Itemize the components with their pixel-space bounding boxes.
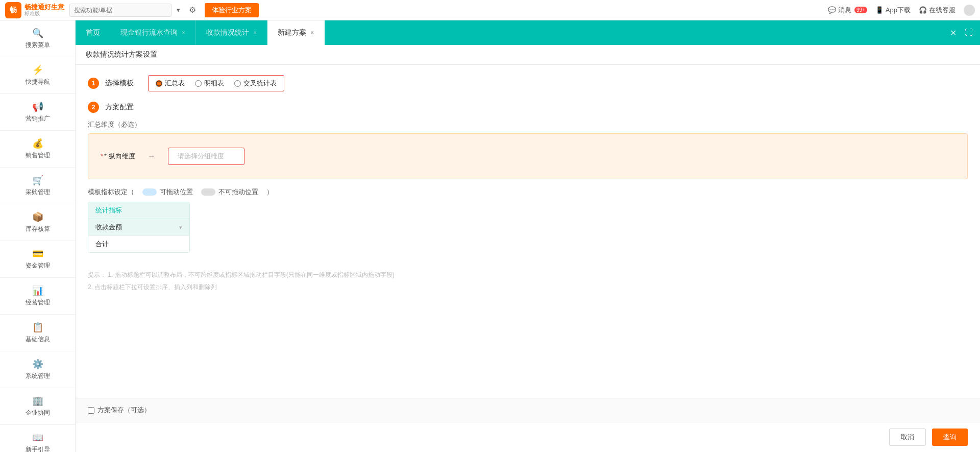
sidebar-item-base[interactable]: 📋 基础信息 xyxy=(0,315,75,351)
radio-detail-input[interactable] xyxy=(195,80,202,87)
dimension-arrow: → xyxy=(148,152,156,161)
cancel-button[interactable]: 取消 xyxy=(889,429,926,446)
tab-expand-btn[interactable]: ⛶ xyxy=(963,26,975,39)
finance-icon: 💳 xyxy=(32,248,43,259)
sidebar-item-marketing[interactable]: 📢 营销推广 xyxy=(0,94,75,131)
save-plan-checkbox[interactable] xyxy=(88,407,94,414)
top-right-actions: 💬 消息 99+ 📱 App下载 🎧 在线客服 xyxy=(828,5,975,16)
sidebar-item-quick[interactable]: ⚡ 快捷导航 xyxy=(0,57,75,94)
notification-badge: 99+ xyxy=(854,7,867,13)
bottom-section: 方案保存（可选） xyxy=(76,398,980,422)
sidebar-label-sales: 销售管理 xyxy=(26,151,50,160)
indicator-section-prefix: 模板指标设定（ xyxy=(88,187,134,197)
quick-icon: ⚡ xyxy=(32,64,43,76)
service-item[interactable]: 🎧 在线客服 xyxy=(919,6,955,15)
tab-receipts-label: 收款情况统计 xyxy=(206,28,249,37)
chevron-down-icon[interactable]: ▾ xyxy=(179,224,182,231)
indicator-header-label: 统计指标 xyxy=(95,206,122,215)
nodrag-toggle: 不可拖动位置 xyxy=(201,187,258,197)
step2-label: 方案配置 xyxy=(105,103,134,112)
sidebar-item-guide[interactable]: 📖 新手引导 xyxy=(0,425,75,452)
tab-bank-flow-close[interactable]: × xyxy=(182,29,185,36)
tab-bank-flow[interactable]: 现金银行流水查询 × xyxy=(110,20,196,45)
dimension-select[interactable]: 请选择分组维度 xyxy=(168,148,244,165)
sidebar-label-inventory: 库存核算 xyxy=(26,225,50,233)
tab-bar-right: ✕ ⛶ xyxy=(948,26,980,40)
sidebar: 🔍 搜索菜单 ⚡ 快捷导航 📢 营销推广 💰 销售管理 🛒 采购管理 📦 库存核… xyxy=(0,20,76,452)
radio-detail-label: 明细表 xyxy=(204,79,224,88)
user-avatar xyxy=(964,5,975,16)
sidebar-item-system[interactable]: ⚙️ 系统管理 xyxy=(0,351,75,388)
sidebar-item-finance[interactable]: 💳 资金管理 xyxy=(0,241,75,278)
tab-receipts[interactable]: 收款情况统计 × xyxy=(196,20,267,45)
app-download-item[interactable]: 📱 App下载 xyxy=(875,6,911,15)
tab-close-btn[interactable]: ✕ xyxy=(948,26,959,40)
sidebar-label-enterprise: 企业协同 xyxy=(26,409,50,417)
sidebar-label-base: 基础信息 xyxy=(26,335,50,344)
purchase-icon: 🛒 xyxy=(32,175,43,186)
indicator-section: 模板指标设定（ 可拖动位置 不可拖动位置 ） xyxy=(88,187,968,254)
query-button[interactable]: 查询 xyxy=(932,429,968,446)
logo-icon: 畅 xyxy=(5,2,21,18)
sidebar-label-purchase: 采购管理 xyxy=(26,188,50,197)
radio-summary[interactable]: 汇总表 xyxy=(156,79,185,88)
step2-number: 2 xyxy=(88,102,99,113)
radio-cross[interactable]: 交叉统计表 xyxy=(234,79,277,88)
dimension-area: ** 纵向维度 → 请选择分组维度 xyxy=(88,133,968,179)
vertical-label: ** 纵向维度 xyxy=(101,152,135,161)
sidebar-label-management: 经营管理 xyxy=(26,298,50,307)
radio-cross-input[interactable] xyxy=(234,80,241,87)
content-area: 首页 现金银行流水查询 × 收款情况统计 × 新建方案 × ✕ ⛶ 收款情况统计… xyxy=(76,20,980,452)
indicator-table: 统计指标 收款金额 ▾ 合计 xyxy=(88,202,190,253)
service-icon: 🎧 xyxy=(919,6,927,14)
sidebar-item-search[interactable]: 🔍 搜索菜单 xyxy=(0,20,75,57)
hint-1: 提示： 1. 拖动标题栏可以调整布局，不可跨维度或指标区域拖动栏目字段(只能在同… xyxy=(88,270,968,281)
step1-number: 1 xyxy=(88,78,99,89)
logo-badge: 标准版 xyxy=(24,11,64,17)
tab-home[interactable]: 首页 xyxy=(76,20,110,45)
drag-toggle-box xyxy=(142,188,157,196)
step2-block: 2 方案配置 汇总维度（必选） ** 纵向维度 → 请选择分组维度 xyxy=(88,102,968,299)
sidebar-label-guide: 新手引导 xyxy=(26,445,50,452)
sales-icon: 💰 xyxy=(32,138,43,149)
breadcrumb-dropdown[interactable]: ▾ xyxy=(177,6,180,14)
save-plan-checkbox-label[interactable]: 方案保存（可选） xyxy=(88,406,151,415)
sidebar-label-system: 系统管理 xyxy=(26,372,50,380)
sidebar-label-search: 搜索菜单 xyxy=(26,41,50,50)
search-input[interactable] xyxy=(69,4,172,17)
sidebar-item-inventory[interactable]: 📦 库存核算 xyxy=(0,204,75,241)
sidebar-item-management[interactable]: 📊 经营管理 xyxy=(0,278,75,315)
marketing-icon: 📢 xyxy=(32,101,43,112)
radio-summary-input[interactable] xyxy=(156,80,162,87)
page-content: 收款情况统计方案设置 1 选择模板 汇总表 明细表 xyxy=(76,45,980,452)
dimension-section-label: 汇总维度（必选） xyxy=(88,120,968,129)
radio-detail[interactable]: 明细表 xyxy=(195,79,224,88)
tab-new-plan-close[interactable]: × xyxy=(310,29,314,36)
sidebar-item-sales[interactable]: 💰 销售管理 xyxy=(0,131,75,168)
indicator-sum-label: 合计 xyxy=(95,240,109,248)
settings-icon[interactable]: ⚙ xyxy=(185,3,200,17)
sidebar-label-marketing: 营销推广 xyxy=(26,114,50,123)
section-body: 1 选择模板 汇总表 明细表 交叉统计表 xyxy=(76,65,980,398)
trial-button[interactable]: 体验行业方案 xyxy=(205,3,259,17)
footer-actions: 取消 查询 xyxy=(76,422,980,452)
tab-bar: 首页 现金银行流水查询 × 收款情况统计 × 新建方案 × ✕ ⛶ xyxy=(76,20,980,45)
enterprise-icon: 🏢 xyxy=(32,395,43,407)
user-item[interactable] xyxy=(964,5,975,16)
indicator-section-suffix: ） xyxy=(266,187,273,197)
logo-text: 畅捷通好生意 xyxy=(24,3,64,11)
tab-receipts-close[interactable]: × xyxy=(253,29,257,36)
download-icon: 📱 xyxy=(875,6,884,14)
main-layout: 🔍 搜索菜单 ⚡ 快捷导航 📢 营销推广 💰 销售管理 🛒 采购管理 📦 库存核… xyxy=(0,20,980,452)
radio-cross-label: 交叉统计表 xyxy=(243,79,277,88)
tab-new-plan[interactable]: 新建方案 × xyxy=(267,20,325,45)
indicator-col-label: 收款金额 xyxy=(95,223,122,232)
top-bar: 畅 畅捷通好生意 标准版 ▾ ⚙ 体验行业方案 💬 消息 99+ 📱 App下载… xyxy=(0,0,980,20)
notification-item[interactable]: 💬 消息 99+ xyxy=(828,6,867,15)
drag-label: 可拖动位置 xyxy=(160,187,193,197)
sidebar-item-purchase[interactable]: 🛒 采购管理 xyxy=(0,168,75,204)
indicator-toggle-row: 模板指标设定（ 可拖动位置 不可拖动位置 ） xyxy=(88,187,968,197)
system-icon: ⚙️ xyxy=(32,359,43,370)
tab-bank-flow-label: 现金银行流水查询 xyxy=(120,28,178,37)
sidebar-item-enterprise[interactable]: 🏢 企业协同 xyxy=(0,388,75,425)
